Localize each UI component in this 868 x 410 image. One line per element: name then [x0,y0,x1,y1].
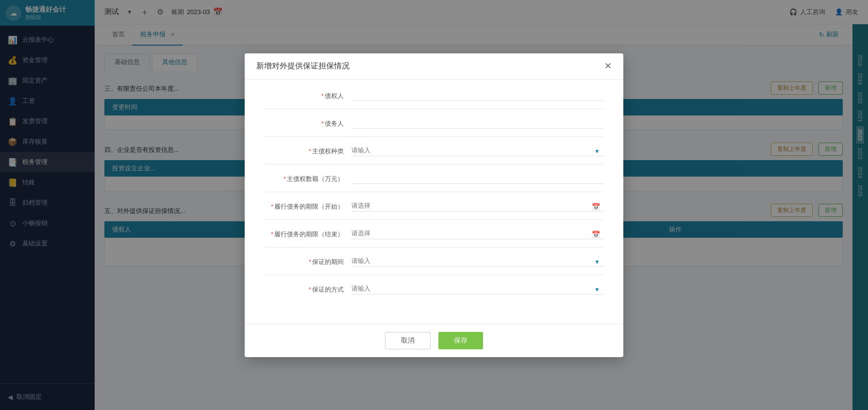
period-start-input[interactable] [351,202,604,212]
modal-header: 新增对外提供保证担保情况 ✕ [245,53,623,80]
field-period-end: *履行债务的期限（结束） 📅 [264,230,604,247]
guarantee-period-input[interactable] [351,257,604,267]
field-guarantee-method: *保证的方式 ▼ [264,285,604,302]
cancel-button[interactable]: 取消 [385,332,431,349]
guarantee-method-input[interactable] [351,285,604,295]
claim-amount-input[interactable] [351,174,604,184]
field-debtor: *债务人 [264,119,604,137]
field-creditor: *债权人 [264,91,604,109]
claim-type-input[interactable] [351,147,604,156]
period-end-input[interactable] [351,230,604,239]
field-guarantee-period: *保证的期间 ▼ [264,257,604,275]
debtor-input[interactable] [351,119,604,129]
modal: 新增对外提供保证担保情况 ✕ *债权人 *债务人 [245,53,623,357]
field-claim-amount: *主债权数额（万元） [264,174,604,192]
creditor-input[interactable] [351,91,604,101]
modal-title: 新增对外提供保证担保情况 [256,61,350,71]
modal-overlay[interactable]: 新增对外提供保证担保情况 ✕ *债权人 *债务人 [0,0,868,410]
save-button[interactable]: 保存 [438,332,483,349]
modal-footer: 取消 保存 [245,324,623,357]
modal-close-button[interactable]: ✕ [604,62,612,70]
modal-body: *债权人 *债务人 *主债权种类 [245,80,623,324]
field-period-start: *履行债务的期限（开始） 📅 [264,202,604,220]
field-claim-type: *主债权种类 ▼ [264,147,604,164]
